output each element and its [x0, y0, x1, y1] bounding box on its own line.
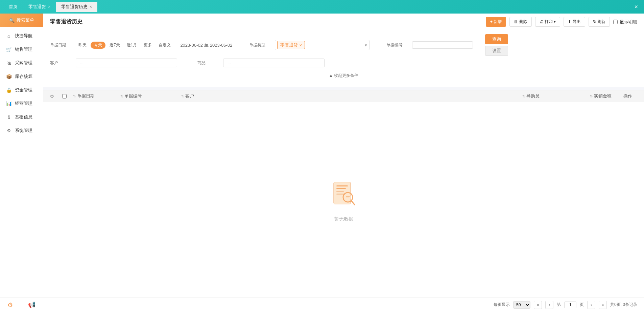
page-suffix: 页 — [580, 302, 584, 308]
col-date-label: 单据日期 — [77, 93, 95, 99]
first-page-button[interactable]: « — [534, 301, 542, 309]
sidebar-nav: ⌂ 快捷导航 🛒 销售管理 🛍 采购管理 📦 库存核算 🔒 资金管理 📊 — [0, 27, 43, 297]
tab-retail-return-history-close[interactable]: × — [90, 4, 92, 9]
goods-dropdown[interactable]: ... — [223, 59, 325, 67]
export-button[interactable]: ⬆ 导出 — [564, 17, 585, 27]
tab-retail-return-history[interactable]: 零售退货历史 × — [56, 2, 97, 12]
window-close-button[interactable]: × — [631, 3, 641, 10]
new-button[interactable]: + 新增 — [486, 17, 506, 27]
sidebar-item-quick-nav-label: 快捷导航 — [15, 33, 32, 39]
date-btn-yesterday[interactable]: 昨天 — [76, 42, 89, 49]
page-number-input[interactable] — [564, 302, 576, 308]
chart-icon: 📊 — [5, 100, 12, 107]
sidebar-item-quick-nav[interactable]: ⌂ 快捷导航 — [0, 29, 43, 43]
date-btn-1month[interactable]: 近1月 — [124, 42, 140, 49]
date-btn-custom[interactable]: 自定义 — [156, 42, 173, 49]
date-range: 2023-06-02 至 2023-06-02 — [180, 42, 232, 48]
svg-rect-2 — [336, 188, 346, 189]
col-amount[interactable]: ⇅ 实销金额 — [574, 93, 614, 99]
col-number-label: 单据编号 — [124, 93, 142, 99]
last-page-button[interactable]: » — [599, 301, 607, 309]
svg-rect-1 — [336, 185, 348, 186]
table-header: ⚙ ⇅ 单据日期 ⇅ 单据编号 ⇅ 客户 ⇅ 导购员 — [43, 90, 644, 102]
col-settings[interactable]: ⚙ — [46, 94, 58, 99]
col-customer[interactable]: ⇅ 客户 — [178, 93, 520, 99]
col-checkbox[interactable] — [58, 94, 70, 98]
date-btn-7days[interactable]: 近7天 — [107, 42, 123, 49]
refresh-button[interactable]: ↻ 刷新 — [589, 17, 610, 27]
content-area: 零售退货历史 + 新增 🗑 删除 🖨 打印 ▾ ⬆ 导出 ↻ 刷新 显示明细 — [43, 14, 644, 312]
toolbar-buttons: + 新增 🗑 删除 🖨 打印 ▾ ⬆ 导出 ↻ 刷新 显示明细 — [486, 17, 637, 27]
tab-retail-return-close[interactable]: × — [48, 4, 50, 9]
sidebar-item-inventory[interactable]: 📦 库存核算 — [0, 70, 43, 83]
bill-type-chevron: ▾ — [365, 43, 367, 48]
goods-label: 商品 — [197, 60, 216, 66]
col-guide[interactable]: ⇅ 导购员 — [520, 93, 574, 99]
tab-bar: 首页 零售退货 × 零售退货历史 × — [3, 2, 631, 12]
svg-rect-3 — [336, 191, 344, 192]
delete-button[interactable]: 🗑 删除 — [509, 17, 531, 27]
tab-home[interactable]: 首页 — [3, 2, 23, 12]
setting-button[interactable]: 设置 — [485, 46, 508, 56]
sidebar-item-purchase[interactable]: 🛍 采购管理 — [0, 56, 43, 70]
info-icon: ℹ — [5, 114, 12, 120]
query-button[interactable]: 查询 — [485, 34, 508, 44]
home-icon: ⌂ — [5, 32, 12, 39]
select-all-checkbox[interactable] — [62, 94, 67, 98]
col-action: 操作 — [614, 93, 641, 99]
lock-icon: 🔒 — [5, 87, 12, 93]
sidebar-item-sales-label: 销售管理 — [15, 46, 32, 52]
display-detail-toggle: 显示明细 — [613, 19, 637, 25]
cart-icon: 🛒 — [5, 46, 12, 53]
customer-ellipsis: ... — [78, 60, 86, 66]
sidebar-item-management[interactable]: 📊 经营管理 — [0, 97, 43, 110]
sidebar-item-finance-label: 资金管理 — [15, 87, 32, 93]
settings-icon: ⚙ — [5, 127, 12, 134]
bill-number-input[interactable] — [412, 41, 473, 49]
bill-type-label: 单据类型 — [249, 42, 268, 48]
sidebar-item-finance[interactable]: 🔒 资金管理 — [0, 83, 43, 97]
tab-home-label: 首页 — [9, 4, 18, 10]
sort-icon-amount: ⇅ — [590, 94, 593, 98]
top-bar: 首页 零售退货 × 零售退货历史 × × — [0, 0, 644, 14]
date-range-to: 2023-06-02 — [210, 43, 233, 48]
col-date[interactable]: ⇅ 单据日期 — [70, 93, 118, 99]
per-page-label: 每页显示 — [494, 302, 510, 308]
per-page-select[interactable]: 50 20 100 — [513, 301, 530, 309]
filter-section: 零售退货历史 + 新增 🗑 删除 🖨 打印 ▾ ⬆ 导出 ↻ 刷新 显示明细 — [43, 14, 644, 87]
tab-retail-return-history-label: 零售退货历史 — [61, 4, 88, 10]
sidebar-item-system[interactable]: ⚙ 系统管理 — [0, 124, 43, 137]
col-guide-label: 导购员 — [526, 93, 540, 99]
col-amount-label: 实销金额 — [594, 93, 612, 99]
bill-type-tag: 零售退货 × — [277, 41, 305, 49]
sidebar-item-sales[interactable]: 🛒 销售管理 — [0, 43, 43, 56]
sidebar-gear-button[interactable]: ⚙ — [7, 301, 13, 309]
bill-type-clear[interactable]: × — [299, 43, 302, 48]
col-number[interactable]: ⇅ 单据编号 — [118, 93, 178, 99]
col-action-label: 操作 — [623, 93, 632, 99]
display-detail-checkbox[interactable] — [613, 20, 618, 24]
bill-number-label: 单据编号 — [386, 42, 405, 48]
collapse-button[interactable]: ▲ 收起更多条件 — [326, 71, 361, 80]
sidebar-search-label: 搜索菜单 — [17, 17, 34, 23]
sidebar-item-base-info[interactable]: ℹ 基础信息 — [0, 110, 43, 124]
bill-type-value: 零售退货 — [280, 42, 298, 48]
empty-text: 暂无数据 — [334, 216, 353, 222]
customer-label: 客户 — [50, 60, 69, 66]
sidebar-item-system-label: 系统管理 — [15, 128, 32, 134]
tab-retail-return[interactable]: 零售退货 × — [23, 2, 56, 12]
sidebar-search[interactable]: 🔍 搜索菜单 — [0, 14, 43, 27]
bill-type-dropdown[interactable]: 零售退货 × ▾ — [275, 40, 369, 50]
pagination: 每页显示 50 20 100 « ‹ 第 页 › » 共0页, 0条记录 — [43, 297, 644, 312]
sidebar-speaker-button[interactable]: 📢 — [28, 301, 35, 309]
print-button[interactable]: 🖨 打印 ▾ — [535, 17, 560, 27]
date-range-from: 2023-06-02 — [180, 43, 203, 48]
col-customer-label: 客户 — [185, 93, 194, 99]
next-page-button[interactable]: › — [587, 301, 595, 309]
date-btn-more[interactable]: 更多 — [141, 42, 154, 49]
customer-dropdown[interactable]: ... — [76, 59, 177, 67]
display-detail-label: 显示明细 — [620, 19, 637, 25]
sort-icon-guide: ⇅ — [522, 94, 525, 98]
prev-page-button[interactable]: ‹ — [545, 301, 553, 309]
date-btn-today[interactable]: 今天 — [91, 42, 105, 49]
